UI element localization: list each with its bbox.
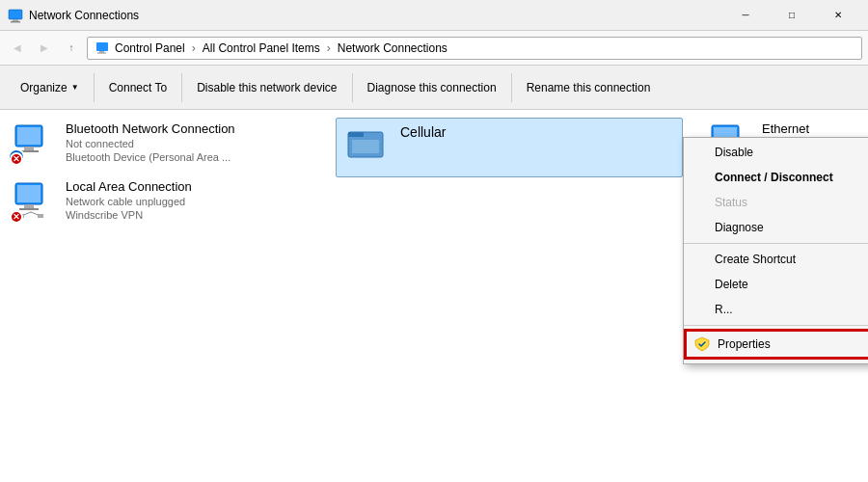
toolbar-divider — [94, 73, 95, 102]
up-button[interactable]: ↑ — [60, 37, 83, 60]
title-bar-controls: ─ □ ✕ — [723, 1, 860, 30]
ctx-connect-disconnect-label: Connect / Disconnect — [715, 171, 833, 184]
address-bar: ◀ ▶ ↑ Control Panel › All Control Panel … — [0, 31, 868, 66]
main-content: ʙ ✕ Bluetooth Network Connection Not con… — [0, 110, 868, 482]
ctx-create-shortcut-label: Create Shortcut — [715, 253, 796, 266]
ctx-diagnose-label: Diagnose — [715, 221, 764, 234]
local-area-1-icon-wrapper: ✕ — [12, 179, 58, 226]
svg-rect-5 — [97, 52, 106, 53]
organize-button[interactable]: Organize ▼ — [8, 69, 92, 106]
address-icon — [95, 40, 111, 56]
toolbar-divider-2 — [181, 73, 182, 102]
cellular-item[interactable]: Cellular — [336, 118, 683, 177]
title-bar-icon — [8, 8, 23, 23]
svg-rect-17 — [38, 214, 43, 218]
ctx-delete-label: Delete — [715, 278, 748, 291]
diagnose-button[interactable]: Diagnose this connection — [355, 69, 509, 106]
svg-rect-12 — [24, 204, 34, 208]
ctx-delete-item[interactable]: Delete — [684, 272, 868, 297]
breadcrumb-item: All Control Panel Items — [203, 41, 320, 55]
local-area-1-item[interactable]: ✕ Local Area Connection Network cable un… — [8, 175, 336, 229]
ctx-disable-item[interactable]: Disable — [684, 140, 868, 165]
back-button[interactable]: ◀ — [6, 37, 29, 60]
address-box[interactable]: Control Panel › All Control Panel Items … — [87, 37, 862, 60]
svg-rect-8 — [24, 147, 34, 150]
error-badge-icon-2: ✕ — [10, 210, 23, 224]
ctx-diagnose-item[interactable]: Diagnose — [684, 215, 868, 240]
ctx-properties-highlight-box: Properties — [684, 329, 868, 360]
title-bar: Network Connections ─ □ ✕ — [0, 0, 868, 31]
connect-to-button[interactable]: Connect To — [96, 69, 180, 106]
window-title: Network Connections — [29, 9, 139, 22]
svg-rect-4 — [99, 51, 104, 53]
bluetooth-name: Bluetooth Network Connection — [66, 121, 332, 136]
local-area-1-detail1: Network cable unplugged — [66, 196, 332, 207]
toolbar-divider-4 — [511, 73, 512, 102]
ctx-connect-disconnect-item[interactable]: Connect / Disconnect — [684, 165, 868, 190]
rename-button[interactable]: Rename this connection — [514, 69, 664, 106]
bluetooth-network-item[interactable]: ʙ ✕ Bluetooth Network Connection Not con… — [8, 118, 336, 172]
context-menu: Disable Connect / Disconnect Status Diag… — [683, 137, 868, 364]
dropdown-arrow-icon: ▼ — [71, 83, 79, 92]
ctx-properties-label: Properties — [718, 337, 771, 351]
breadcrumb-item: Network Connections — [338, 41, 448, 55]
svg-rect-1 — [13, 19, 18, 21]
breadcrumb-item: Control Panel — [115, 41, 185, 55]
toolbar-divider-3 — [352, 73, 353, 102]
left-column: ʙ ✕ Bluetooth Network Connection Not con… — [8, 118, 336, 474]
toolbar: Organize ▼ Connect To Disable this netwo… — [0, 66, 868, 110]
ethernet-name: Ethernet — [762, 121, 856, 136]
cellular-name: Cellular — [400, 124, 672, 140]
ctx-separator-1 — [684, 243, 868, 244]
bluetooth-icon-wrapper: ʙ ✕ — [12, 121, 58, 168]
svg-rect-13 — [19, 208, 39, 210]
close-button[interactable]: ✕ — [816, 1, 860, 30]
ctx-disable-label: Disable — [715, 146, 753, 159]
minimize-button[interactable]: ─ — [723, 1, 768, 30]
svg-rect-0 — [9, 10, 22, 19]
maximize-button[interactable]: □ — [770, 1, 814, 30]
svg-rect-20 — [352, 140, 379, 153]
cellular-container: Cellular Disable Connect / Disconnect St… — [336, 118, 683, 177]
cellular-icon-wrapper — [346, 124, 393, 171]
forward-button[interactable]: ▶ — [33, 37, 56, 60]
ctx-status-label: Status — [715, 196, 747, 209]
ctx-create-shortcut-item[interactable]: Create Shortcut — [684, 247, 868, 272]
svg-rect-3 — [96, 42, 108, 51]
ctx-status-item: Status — [684, 190, 868, 215]
ctx-properties-item[interactable]: Properties — [687, 332, 868, 357]
ctx-separator-2 — [684, 325, 868, 326]
svg-rect-2 — [11, 21, 20, 23]
cellular-info: Cellular — [400, 124, 672, 140]
svg-rect-7 — [17, 127, 41, 145]
cellular-icon — [346, 124, 385, 163]
error-badge-icon: ✕ — [10, 152, 23, 166]
bluetooth-info: Bluetooth Network Connection Not connect… — [66, 121, 332, 163]
ctx-rename-label: R... — [715, 303, 733, 316]
local-area-1-info: Local Area Connection Network cable unpl… — [66, 179, 332, 221]
shield-icon — [694, 336, 710, 352]
bluetooth-detail1: Not connected — [66, 138, 332, 149]
ctx-rename-item[interactable]: R... — [684, 297, 868, 322]
disable-button[interactable]: Disable this network device — [184, 69, 349, 106]
local-area-1-detail2: Windscribe VPN — [66, 209, 332, 221]
local-area-1-name: Local Area Connection — [66, 179, 332, 194]
svg-rect-11 — [17, 185, 41, 202]
svg-rect-19 — [348, 132, 364, 137]
bluetooth-detail2: Bluetooth Device (Personal Area ... — [66, 151, 332, 163]
